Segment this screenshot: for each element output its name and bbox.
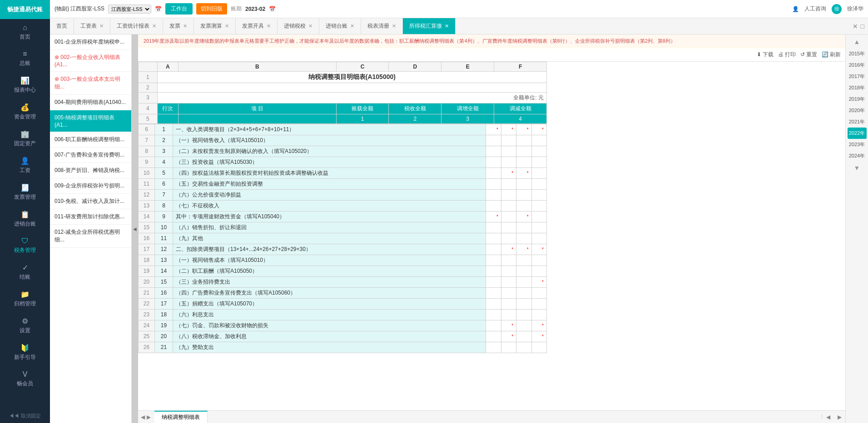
year-item-2021年[interactable]: 2021年 bbox=[848, 116, 867, 128]
cell-d-8[interactable] bbox=[501, 211, 516, 222]
cell-f-7[interactable] bbox=[531, 200, 546, 211]
item-name-3[interactable]: （三）投资收益（填写A105030） bbox=[173, 157, 486, 167]
cell-d-9[interactable] bbox=[501, 222, 516, 233]
scroll-left-icon[interactable]: ◀ bbox=[826, 414, 830, 420]
cell-f-4[interactable] bbox=[531, 167, 546, 178]
cell-c-8[interactable]: * bbox=[486, 211, 501, 222]
cell-c-10[interactable] bbox=[486, 233, 501, 244]
item-name-8[interactable]: 其中：专项用途财政性资金（填写A105040） bbox=[173, 211, 486, 222]
cell-e-13[interactable] bbox=[516, 266, 531, 276]
nav-tab-close-6[interactable]: ✕ bbox=[308, 23, 312, 29]
year-item-2020年[interactable]: 2020年 bbox=[848, 105, 867, 116]
cell-c-11[interactable] bbox=[486, 244, 501, 255]
cell-c-19[interactable] bbox=[486, 331, 501, 342]
print-button[interactable]: 🖨 打印 bbox=[778, 51, 796, 59]
cell-e-0[interactable]: * bbox=[516, 124, 531, 135]
sidebar-item-资金管理[interactable]: 💰资金管理 bbox=[0, 98, 50, 125]
sidebar-item-报表中心[interactable]: 📊报表中心 bbox=[0, 72, 50, 98]
year-item-2015年[interactable]: 2015年 bbox=[848, 48, 867, 59]
nav-tab-5[interactable]: 发票开具✕ bbox=[236, 18, 278, 34]
left-panel-item-3[interactable]: 004-期间费用明细表(A1040... bbox=[50, 95, 131, 110]
scroll-right-icon[interactable]: ▶ bbox=[838, 414, 842, 420]
cell-c-5[interactable] bbox=[486, 178, 501, 189]
item-name-7[interactable]: （七）不征税收入 bbox=[173, 200, 486, 211]
cell-d-16[interactable] bbox=[501, 298, 516, 309]
cell-d-20[interactable] bbox=[501, 342, 516, 353]
cell-f-13[interactable] bbox=[531, 266, 546, 276]
cell-e-8[interactable]: * bbox=[516, 211, 531, 222]
cell-f-10[interactable] bbox=[531, 233, 546, 244]
cell-d-1[interactable] bbox=[501, 135, 516, 146]
cell-d-19[interactable]: * bbox=[501, 331, 516, 342]
item-name-20[interactable]: （九）赞助支出 bbox=[173, 342, 486, 353]
cell-f-16[interactable] bbox=[531, 298, 546, 309]
cell-d-10[interactable] bbox=[501, 233, 516, 244]
cell-e-11[interactable]: * bbox=[516, 244, 531, 255]
cell-d-4[interactable]: * bbox=[501, 167, 516, 178]
nav-tab-3[interactable]: 发票✕ bbox=[163, 18, 194, 34]
sheet-nav-right[interactable]: ▶ bbox=[147, 414, 151, 420]
left-panel-item-6[interactable]: 007-广告费和业务宣传费明... bbox=[50, 148, 131, 163]
nav-tab-close-9[interactable]: ✕ bbox=[445, 23, 449, 29]
nav-tab-0[interactable]: 首页 bbox=[50, 18, 74, 34]
item-name-10[interactable]: （九）其他 bbox=[173, 233, 486, 244]
cell-d-17[interactable] bbox=[501, 309, 516, 320]
sidebar-item-新手引导[interactable]: 🔰新手引导 bbox=[0, 339, 50, 366]
cell-f-15[interactable] bbox=[531, 287, 546, 298]
cell-c-7[interactable] bbox=[486, 200, 501, 211]
left-panel-item-8[interactable]: 009-企业所得税弥补亏损明... bbox=[50, 178, 131, 194]
cell-c-17[interactable] bbox=[486, 309, 501, 320]
cell-e-12[interactable] bbox=[516, 255, 531, 266]
cell-e-1[interactable] bbox=[516, 135, 531, 146]
item-name-0[interactable]: 一、收入类调整项目（2+3+4+5+6+7+8+10+11） bbox=[173, 124, 486, 135]
maximize-icon[interactable]: □ bbox=[861, 23, 864, 30]
nav-tab-4[interactable]: 发票测算✕ bbox=[194, 18, 236, 34]
cell-f-19[interactable]: * bbox=[531, 331, 546, 342]
cell-c-16[interactable] bbox=[486, 298, 501, 309]
cell-c-15[interactable] bbox=[486, 287, 501, 298]
left-panel-item-11[interactable]: 012-减免企业所得税优惠明细... bbox=[50, 225, 131, 248]
cell-f-5[interactable] bbox=[531, 178, 546, 189]
close-window-icon[interactable]: ✕ bbox=[853, 23, 858, 30]
cell-e-18[interactable] bbox=[516, 320, 531, 331]
old-version-button[interactable]: 切到旧版 bbox=[196, 3, 227, 15]
sidebar-item-固定资产[interactable]: 🏢固定资产 bbox=[0, 125, 50, 152]
cell-d-12[interactable] bbox=[501, 255, 516, 266]
cell-e-5[interactable] bbox=[516, 178, 531, 189]
sidebar-item-发票管理[interactable]: 🧾发票管理 bbox=[0, 179, 50, 206]
cell-e-2[interactable] bbox=[516, 146, 531, 157]
item-name-5[interactable]: （五）交易性金融资产初始投资调整 bbox=[173, 178, 486, 189]
year-item-2023年[interactable]: 2023年 bbox=[848, 139, 867, 150]
cell-f-17[interactable] bbox=[531, 309, 546, 320]
left-panel-item-5[interactable]: 006-职工薪酬纳税调整明细... bbox=[50, 132, 131, 148]
item-name-13[interactable]: （二）职工薪酬（填写A105050） bbox=[173, 266, 486, 276]
year-item-2024年[interactable]: 2024年 bbox=[848, 150, 867, 162]
cell-f-0[interactable]: * bbox=[531, 124, 546, 135]
cell-c-18[interactable] bbox=[486, 320, 501, 331]
left-panel-item-7[interactable]: 008-资产折旧、摊销及纳税... bbox=[50, 163, 131, 178]
cell-d-14[interactable] bbox=[501, 276, 516, 287]
cell-e-4[interactable]: * bbox=[516, 167, 531, 178]
item-name-11[interactable]: 二、扣除类调整项目（13+14+...24+26+27+28+29+30） bbox=[173, 244, 486, 255]
item-name-1[interactable]: （一）视同销售收入（填写A105010） bbox=[173, 135, 486, 146]
cell-e-3[interactable] bbox=[516, 157, 531, 167]
left-panel-item-0[interactable]: 001-企业所得税年度纳税申... bbox=[50, 34, 131, 50]
sheet-wrapper[interactable]: A B C D E F 1 纳税调整项目明细表(A105000) bbox=[138, 62, 845, 411]
item-name-6[interactable]: （六）公允价值变动净损益 bbox=[173, 189, 486, 200]
year-up-arrow[interactable]: ▲ bbox=[852, 36, 862, 47]
cell-c-3[interactable] bbox=[486, 157, 501, 167]
cell-c-14[interactable] bbox=[486, 276, 501, 287]
item-name-9[interactable]: （八）销售折扣、折让和退回 bbox=[173, 222, 486, 233]
cell-e-14[interactable] bbox=[516, 276, 531, 287]
nav-tab-6[interactable]: 进销税校✕ bbox=[278, 18, 319, 34]
nav-tab-2[interactable]: 工资统计报表✕ bbox=[110, 18, 163, 34]
cell-c-0[interactable]: * bbox=[486, 124, 501, 135]
nav-tab-9[interactable]: 所得税汇算缴✕ bbox=[403, 18, 456, 34]
cell-e-15[interactable] bbox=[516, 287, 531, 298]
cell-e-17[interactable] bbox=[516, 309, 531, 320]
unpin-button[interactable]: ◀◀ 取消固定 bbox=[0, 409, 50, 423]
item-name-14[interactable]: （三）业务招待费支出 bbox=[173, 276, 486, 287]
item-name-4[interactable]: （四）按权益法核算长期股权投资对初始投资成本调整确认收益 bbox=[173, 167, 486, 178]
cell-c-1[interactable] bbox=[486, 135, 501, 146]
item-name-15[interactable]: （四）广告费和业务宣传费支出（填写A105060） bbox=[173, 287, 486, 298]
